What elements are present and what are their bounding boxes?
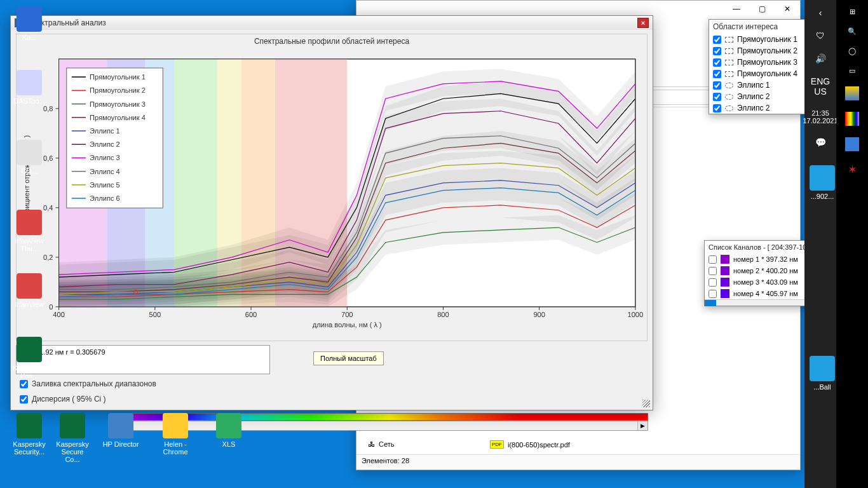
desktop-app-icon <box>108 413 133 438</box>
spectral-close-button[interactable]: × <box>637 18 649 28</box>
explorer-close-button[interactable]: ✕ <box>775 1 800 17</box>
ellipse-icon <box>725 105 733 111</box>
status-count: Элементов: 28 <box>362 457 409 464</box>
desktop-icon-label: Helen - Chrome <box>156 440 194 456</box>
channel-label: номер 3 * 403.09 нм <box>733 278 798 286</box>
channel-checkbox[interactable] <box>709 278 717 287</box>
spectral-window[interactable]: Спектральный анализ × Спектральные профи… <box>10 15 653 410</box>
svg-text:Эллипс 6: Эллипс 6 <box>90 194 120 202</box>
desktop-icon[interactable]: XLS <box>210 413 248 448</box>
edge-start-icon[interactable]: ⊞ <box>850 8 855 16</box>
svg-text:Эллипс 2: Эллипс 2 <box>90 140 120 148</box>
windows-edge-bar[interactable]: ⊞ 🔍 ◯ ▭ ✶ <box>836 0 868 488</box>
desktop-icon[interactable]: Ko... <box>10 6 48 41</box>
svg-text:Прямоугольник 1: Прямоугольник 1 <box>90 73 146 81</box>
roi-checkbox[interactable] <box>713 58 721 67</box>
edge-app-icon[interactable] <box>845 137 859 151</box>
desktop-icon-label: Kaspersky Secure Co... <box>53 440 92 463</box>
rectangle-icon <box>725 48 733 54</box>
svg-text:0: 0 <box>49 303 53 311</box>
sidebar-item-network[interactable]: 🖧 Сеть <box>368 440 394 448</box>
lang-code: ENG <box>811 76 830 86</box>
desktop-icon[interactable]: Kaspersky Secure Co... <box>53 413 92 463</box>
desktop-app-icon <box>60 413 85 438</box>
desktop-icon[interactable]: Kaspersky Pas... <box>10 337 48 379</box>
roi-checkbox[interactable] <box>713 70 721 78</box>
channel-color-swatch <box>721 289 729 298</box>
ellipse-icon <box>725 94 733 100</box>
roi-checkbox[interactable] <box>713 81 721 90</box>
roi-checkbox[interactable] <box>713 93 721 101</box>
spectrum-thumbnail-strip[interactable] <box>130 413 648 421</box>
spectral-titlebar[interactable]: Спектральный анализ × <box>11 16 653 30</box>
edge-search-icon[interactable]: 🔍 <box>848 27 857 36</box>
svg-text:Эллипс 5: Эллипс 5 <box>90 181 120 189</box>
desktop-icon[interactable]: Kaspersky Security... <box>10 413 48 456</box>
windows-charm-bar[interactable]: ‹ 🛡 🔊 ENG US 21:35 17.02.2021 💬 <box>804 0 836 488</box>
file-item-pdf[interactable]: PDF i(800-650)spectr.pdf <box>490 440 570 449</box>
channel-checkbox[interactable] <box>709 290 717 298</box>
desktop-icon[interactable]: Helen - Chrome <box>156 413 194 456</box>
desktop-app-icon <box>17 337 42 362</box>
explorer-min-button[interactable]: — <box>724 1 749 17</box>
spectrum-scrollbar[interactable]: ◀ ▶ <box>119 421 648 431</box>
charm-shield-icon[interactable]: 🛡 <box>816 30 825 41</box>
resize-grip-icon[interactable] <box>642 400 650 407</box>
svg-text:600: 600 <box>245 311 257 318</box>
clock-date: 17.02.2021 <box>803 117 837 125</box>
desktop-icon[interactable]: CO... <box>10 140 48 175</box>
desktop-icon[interactable]: ...902... <box>803 165 841 200</box>
desktop-icon[interactable]: ...Ball <box>803 356 841 391</box>
edge-app-spectrum-icon[interactable] <box>845 112 859 126</box>
desktop-icon[interactable]: HP Director <box>102 413 140 448</box>
desktop-app-icon <box>163 413 188 438</box>
svg-text:длина волны, нм ( λ ): длина волны, нм ( λ ) <box>313 321 382 329</box>
explorer-max-button[interactable]: ▢ <box>749 1 775 17</box>
checkbox-dispersion[interactable]: Дисперсия ( 95% Ci ) <box>16 393 648 405</box>
charm-clock[interactable]: 21:35 17.02.2021 <box>803 109 837 125</box>
edge-cortana-icon[interactable]: ◯ <box>848 47 856 55</box>
channel-label: номер 2 * 400.20 нм <box>733 267 798 274</box>
desktop-app-icon <box>17 140 42 165</box>
svg-text:Эллипс 4: Эллипс 4 <box>90 168 120 175</box>
channel-checkbox[interactable] <box>709 255 717 264</box>
checkbox-label: Дисперсия ( 95% Ci ) <box>32 395 106 403</box>
charm-sound-icon[interactable]: 🔊 <box>815 53 826 64</box>
checkbox-fill-input[interactable] <box>20 380 28 388</box>
full-zoom-button[interactable]: Полный масштаб <box>313 351 384 365</box>
roi-checkbox[interactable] <box>713 104 721 112</box>
checkbox-spectral-fill[interactable]: Заливка спектральных диапазонов <box>16 378 648 390</box>
svg-text:Прямоугольник 3: Прямоугольник 3 <box>90 100 146 108</box>
roi-checkbox[interactable] <box>713 36 721 44</box>
svg-text:Эллипс 3: Эллипс 3 <box>90 154 120 161</box>
roi-checkbox[interactable] <box>713 47 721 55</box>
lang-region: US <box>811 86 830 97</box>
desktop-app-icon <box>17 70 42 95</box>
svg-text:800: 800 <box>437 311 449 318</box>
channel-color-swatch <box>721 255 729 264</box>
coord-readout: λ = 651.92 нм r = 0.305679 <box>16 345 270 374</box>
pdf-icon: PDF <box>490 440 504 449</box>
desktop-icon[interactable]: IrfanView <box>10 273 48 308</box>
edge-app-puzzle-icon[interactable]: ✶ <box>848 163 857 177</box>
desktop-icon[interactable]: IrfanView Thu... <box>10 210 48 252</box>
svg-text:500: 500 <box>149 311 161 318</box>
edge-taskview-icon[interactable]: ▭ <box>849 67 855 75</box>
desktop-app-icon <box>810 356 835 381</box>
desktop-app-icon <box>17 273 42 299</box>
spectral-chart[interactable]: 400500600700800900100000,20,40,60,8длина… <box>20 48 643 337</box>
chart-title: Спектральные профили областей интереса <box>17 34 647 48</box>
charm-notifications-icon[interactable]: 💬 <box>815 137 826 147</box>
svg-text:700: 700 <box>341 311 353 318</box>
desktop-icon[interactable]: DASToo... <box>10 70 48 105</box>
svg-text:900: 900 <box>533 311 545 318</box>
checkbox-disp-input[interactable] <box>20 395 28 403</box>
channel-scroll-thumb[interactable] <box>705 300 716 306</box>
svg-text:400: 400 <box>53 311 65 318</box>
scroll-right-button[interactable]: ▶ <box>637 421 648 430</box>
edge-explorer-icon[interactable] <box>845 86 859 100</box>
charm-back-icon[interactable]: ‹ <box>819 8 822 18</box>
charm-lang[interactable]: ENG US <box>811 76 830 97</box>
channel-checkbox[interactable] <box>709 267 717 275</box>
svg-text:1000: 1000 <box>628 311 643 318</box>
